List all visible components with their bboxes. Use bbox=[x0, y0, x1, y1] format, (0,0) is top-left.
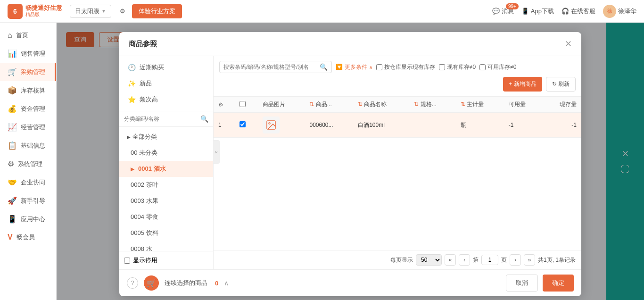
modal-close-button[interactable]: ✕ bbox=[565, 39, 572, 49]
modal-title: 商品参照 bbox=[129, 40, 157, 49]
code-column-header[interactable]: ⇅ 商品... bbox=[305, 97, 353, 113]
select-all-checkbox[interactable] bbox=[239, 101, 246, 107]
logo-sub: 精品版 bbox=[25, 11, 62, 18]
svg-point-1 bbox=[269, 123, 270, 124]
sidebar-item-guide[interactable]: 🚀 新手引导 bbox=[0, 192, 56, 210]
page-number-input[interactable] bbox=[481, 255, 498, 265]
store-selector[interactable]: 日太阳膜 ▼ bbox=[70, 5, 111, 18]
sidebar-item-basic-info[interactable]: 📋 基础信息 bbox=[0, 136, 56, 155]
refresh-button[interactable]: ↻ 刷新 bbox=[546, 77, 576, 92]
prev-page-button[interactable]: ‹ bbox=[459, 254, 470, 266]
recent-purchase-tab[interactable]: 🕐 近期购买 bbox=[123, 60, 209, 75]
row-select-checkbox[interactable] bbox=[239, 121, 246, 127]
last-page-button[interactable]: » bbox=[524, 254, 535, 266]
sidebar-item-operations[interactable]: 📈 经营管理 bbox=[0, 118, 56, 136]
product-search-icon[interactable]: 🔍 bbox=[320, 63, 328, 71]
cancel-button[interactable]: 取消 bbox=[506, 275, 538, 292]
filter-label: 更多条件 bbox=[345, 63, 367, 71]
cart-icon[interactable]: 🛒 bbox=[144, 275, 159, 291]
help-button[interactable]: ? bbox=[127, 277, 138, 289]
usable-stock-checkbox[interactable] bbox=[479, 64, 486, 70]
warehouse-stock-filter[interactable]: 按仓库显示现有库存 bbox=[376, 63, 435, 71]
name-column-header[interactable]: ⇅ 商品名称 bbox=[353, 97, 409, 113]
row-name: 白酒100ml bbox=[353, 113, 409, 138]
available-stock-checkbox[interactable] bbox=[439, 64, 445, 70]
show-disabled-label: 显示停用 bbox=[133, 256, 157, 265]
category-fruit[interactable]: 0003 水果 bbox=[119, 193, 213, 209]
category-snack[interactable]: 0004 零食 bbox=[119, 209, 213, 225]
avatar: 徐 bbox=[603, 5, 616, 18]
sidebar-item-sales[interactable]: 📊 销售管理 bbox=[0, 44, 56, 63]
guide-icon: 🚀 bbox=[8, 196, 17, 205]
filter-arrow-icon: ∧ bbox=[369, 65, 372, 70]
warehouse-stock-checkbox[interactable] bbox=[376, 64, 382, 70]
checkbox-column-header bbox=[235, 97, 257, 113]
category-water[interactable]: 0008 水 bbox=[119, 241, 213, 251]
next-page-button[interactable]: › bbox=[510, 254, 521, 266]
star-icon: ⭐ bbox=[128, 96, 136, 103]
frequent-tab[interactable]: ⭐ 频次高 bbox=[123, 92, 209, 107]
settings-icon[interactable]: ⚙ bbox=[115, 4, 130, 19]
sidebar-operations-label: 经营管理 bbox=[21, 123, 45, 132]
row-image bbox=[258, 113, 305, 138]
category-unclassified[interactable]: 00 未分类 bbox=[119, 145, 213, 161]
sidebar-item-apps[interactable]: 📱 应用中心 bbox=[0, 210, 56, 228]
category-all[interactable]: ▶ 全部分类 bbox=[119, 129, 213, 145]
per-page-select[interactable]: 50 100 bbox=[416, 254, 442, 266]
sidebar: ⌂ 首页 📊 销售管理 🛒 采购管理 📦 库存核算 💰 资金管理 📈 经营管理 … bbox=[0, 23, 57, 300]
app-download-button[interactable]: 📱 App下载 bbox=[521, 7, 554, 16]
message-icon: 💬 bbox=[492, 8, 500, 15]
user-menu[interactable]: 徐 徐泽华 bbox=[603, 5, 636, 18]
column-settings-icon: ⚙ bbox=[218, 101, 223, 108]
sidebar-item-finance[interactable]: 💰 资金管理 bbox=[0, 100, 56, 118]
settings-column-header[interactable]: ⚙ bbox=[214, 97, 235, 113]
show-disabled-area: 显示停用 bbox=[119, 251, 213, 269]
sidebar-item-home[interactable]: ⌂ 首页 bbox=[0, 26, 56, 44]
app-label: App下载 bbox=[531, 7, 554, 16]
liquor-label: 0001 酒水 bbox=[138, 165, 166, 173]
caret-icon: ▼ bbox=[101, 8, 106, 14]
online-service-button[interactable]: 🎧 在线客服 bbox=[561, 7, 595, 16]
show-disabled-checkbox[interactable] bbox=[124, 258, 130, 264]
main-layout: ⌂ 首页 📊 销售管理 🛒 采购管理 📦 库存核算 💰 资金管理 📈 经营管理 … bbox=[0, 23, 644, 300]
cart-count: 0 bbox=[215, 280, 218, 287]
usable-stock-filter[interactable]: 可用库存≠0 bbox=[479, 63, 516, 71]
trial-button[interactable]: 体验行业方案 bbox=[132, 4, 182, 18]
product-search-input[interactable] bbox=[223, 64, 318, 70]
more-filter-button[interactable]: 🔽 更多条件 ∧ bbox=[336, 63, 372, 71]
search-icon[interactable]: 🔍 bbox=[200, 115, 208, 123]
category-beverage[interactable]: 0005 饮料 bbox=[119, 225, 213, 241]
available-column-header: 可用量 bbox=[504, 97, 543, 113]
spec-column-header[interactable]: ⇅ 规格... bbox=[409, 97, 456, 113]
messages-button[interactable]: 💬 消息 99+ bbox=[492, 7, 514, 16]
modal-header: 商品参照 ✕ bbox=[119, 32, 581, 56]
usable-stock-label: 可用库存≠0 bbox=[487, 63, 516, 71]
category-search-input[interactable] bbox=[124, 116, 198, 122]
first-page-button[interactable]: « bbox=[445, 254, 456, 266]
table-header-row: ⚙ 商品图片 bbox=[214, 97, 581, 113]
sort-icon: ⇅ bbox=[309, 101, 314, 108]
table-row[interactable]: 1 bbox=[214, 113, 581, 138]
chevron-up-icon[interactable]: ∧ bbox=[224, 279, 229, 287]
category-liquor[interactable]: ▶ 0001 酒水 bbox=[119, 161, 213, 177]
sidebar-item-system[interactable]: ⚙ 系统管理 bbox=[0, 155, 56, 173]
category-tea[interactable]: 0002 茶叶 bbox=[119, 177, 213, 193]
add-product-button[interactable]: + 新增商品 bbox=[503, 77, 542, 92]
logo-line1: 畅捷通好生意 bbox=[25, 4, 62, 12]
unit-column-header[interactable]: ⇅ 主计量 bbox=[456, 97, 504, 113]
new-products-tab[interactable]: ✨ 新品 bbox=[123, 76, 209, 91]
logo-text-wrap: 畅捷通好生意 精品版 bbox=[25, 4, 62, 18]
row-checkbox[interactable] bbox=[235, 113, 257, 138]
sidebar-item-inventory[interactable]: 📦 库存核算 bbox=[0, 81, 56, 100]
sidebar-item-enterprise[interactable]: 🤝 企业协同 bbox=[0, 173, 56, 192]
cart-label: 连续选择的商品 bbox=[165, 279, 207, 287]
confirm-button[interactable]: 确定 bbox=[543, 275, 574, 292]
warehouse-stock-label: 按仓库显示现有库存 bbox=[384, 63, 435, 71]
sidebar-item-purchase[interactable]: 🛒 采购管理 bbox=[0, 63, 56, 81]
available-stock-filter[interactable]: 现有库存≠0 bbox=[439, 63, 476, 71]
collapse-panel-button[interactable]: ‹‹ bbox=[213, 140, 220, 164]
tea-label: 0002 茶叶 bbox=[131, 181, 158, 189]
page-suffix: 页 bbox=[501, 256, 507, 264]
sidebar-item-member[interactable]: V 畅会员 bbox=[0, 228, 56, 246]
new-products-label: 新品 bbox=[140, 79, 152, 88]
